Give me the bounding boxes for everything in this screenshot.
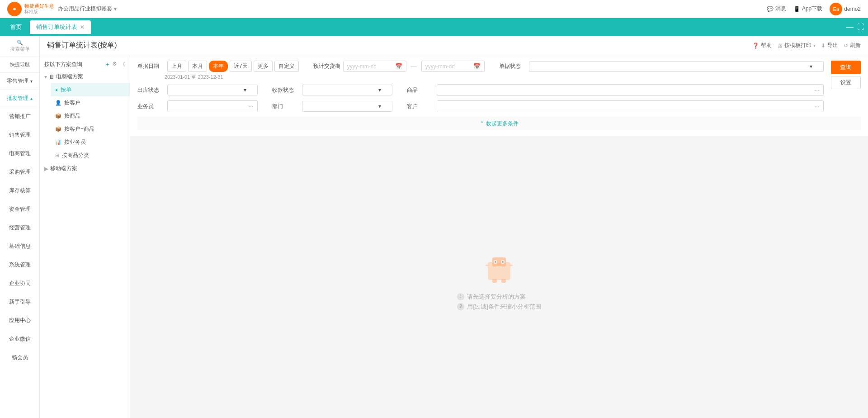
step-1-text: 请先选择要分析的方案 bbox=[467, 293, 526, 301]
collapse-panel-btn[interactable]: 《 bbox=[120, 61, 125, 68]
scheme-by-category[interactable]: ⊞ 按商品分类 bbox=[51, 149, 130, 162]
minimize-icon[interactable]: — bbox=[846, 23, 854, 31]
date-btn-last-month[interactable]: 上月 bbox=[167, 61, 186, 72]
home-tab-label: 首页 bbox=[10, 23, 22, 31]
customer-more-icon[interactable]: ··· bbox=[814, 103, 820, 110]
breadcrumb[interactable]: 办公用品行业模拟账套 ▾ bbox=[58, 5, 117, 13]
calendar-icon-to[interactable]: 📅 bbox=[473, 63, 481, 70]
by-product-icon: 📦 bbox=[55, 113, 61, 119]
salesperson-input[interactable]: ··· bbox=[167, 100, 258, 112]
status-select[interactable]: ▾ bbox=[529, 61, 824, 72]
sidebar-item-basic[interactable]: 基础信息 bbox=[0, 237, 39, 256]
scheme-by-product[interactable]: 📦 按商品 bbox=[51, 109, 130, 123]
receipt-select[interactable]: ▾ bbox=[302, 85, 392, 95]
left-panel-title: 按以下方案查询 bbox=[44, 61, 82, 68]
product-filter: 商品 ··· bbox=[407, 84, 824, 96]
receipt-label: 收款状态 bbox=[272, 86, 299, 94]
search-icon: 🔍 bbox=[17, 40, 23, 45]
dept-select[interactable]: ▾ bbox=[302, 101, 392, 112]
export-icon: ⬇ bbox=[821, 43, 826, 49]
sidebar-item-ecommerce[interactable]: 电商管理 bbox=[0, 144, 39, 163]
print-btn[interactable]: 🖨 按模板打印 ▾ bbox=[777, 42, 816, 49]
maximize-icon[interactable]: ⛶ bbox=[857, 23, 864, 31]
scheme-by-customer[interactable]: 👤 按客户 bbox=[51, 96, 130, 109]
sidebar-item-inventory[interactable]: 库存核算 bbox=[0, 181, 39, 200]
print-icon: 🖨 bbox=[777, 43, 783, 49]
scheme-by-order[interactable]: ● 按单 bbox=[51, 83, 130, 96]
sidebar-item-retail[interactable]: 零售管理 ▾ bbox=[0, 73, 39, 90]
customer-input[interactable]: ··· bbox=[437, 100, 824, 112]
wholesale-arrow-icon: ▴ bbox=[30, 96, 33, 101]
scheme-by-salesperson[interactable]: 📊 按业务员 bbox=[51, 136, 130, 149]
salesperson-filter: 业务员 ··· bbox=[137, 100, 258, 112]
status-filter: 单据状态 ▾ bbox=[499, 61, 824, 72]
help-btn[interactable]: ❓ 帮助 bbox=[752, 42, 772, 49]
avatar: Ea bbox=[830, 3, 842, 15]
date-btn-custom[interactable]: 自定义 bbox=[274, 61, 299, 72]
date-btn-more[interactable]: 更多 bbox=[254, 61, 273, 72]
tab-close-icon[interactable]: ✕ bbox=[80, 24, 85, 30]
sidebar-quick-nav[interactable]: 快捷导航 bbox=[0, 57, 39, 73]
tree-group-mobile-title[interactable]: ▶ 移动端方案 bbox=[40, 162, 130, 175]
sidebar-item-operations[interactable]: 经营管理 bbox=[0, 218, 39, 237]
date-btn-this-year[interactable]: 本年 bbox=[209, 61, 228, 72]
step-2-num: 2 bbox=[457, 303, 464, 310]
user-menu[interactable]: Ea demo2 bbox=[830, 3, 861, 15]
sidebar-item-purchase[interactable]: 采购管理 bbox=[0, 163, 39, 181]
print-dropdown-icon[interactable]: ▾ bbox=[813, 43, 816, 48]
sidebar-item-marketing[interactable]: 营销推广 bbox=[0, 107, 39, 126]
settings-scheme-btn[interactable]: ⚙ bbox=[112, 61, 117, 68]
tab-sales-order-stats[interactable]: 销售订单统计表 ✕ bbox=[30, 20, 91, 34]
refresh-btn[interactable]: ↺ 刷新 bbox=[844, 42, 861, 49]
date-filter-group: 单据日期 上月 本月 本年 近7天 更多 自定义 bbox=[137, 61, 299, 72]
page-title: 销售订单统计表(按单) bbox=[47, 41, 117, 50]
filter-row-3: 业务员 ··· 部门 bbox=[137, 100, 824, 112]
delivery-filter: 出库状态 ▾ bbox=[137, 85, 258, 95]
calendar-icon-from[interactable]: 📅 bbox=[395, 63, 402, 70]
product-label: 商品 bbox=[407, 86, 434, 94]
message-btn[interactable]: 💬 消息 bbox=[767, 5, 786, 13]
product-more-icon[interactable]: ··· bbox=[814, 86, 820, 94]
receipt-dropdown-arrow: ▾ bbox=[378, 87, 381, 93]
step-2-text: 用[过滤]条件来缩小分析范围 bbox=[467, 303, 541, 311]
svg-rect-9 bbox=[509, 265, 513, 266]
svg-rect-8 bbox=[486, 265, 489, 266]
sidebar-search[interactable]: 🔍 搜索菜单 bbox=[0, 36, 39, 57]
top-header: 畅捷通好生意 标准版 办公用品行业模拟账套 ▾ 💬 消息 📱 App下载 Ea … bbox=[0, 0, 868, 18]
scheme-by-customer-product[interactable]: 📦 按客户+商品 bbox=[51, 123, 130, 136]
sidebar-item-wholesale[interactable]: 批发管理 ▴ bbox=[0, 90, 39, 107]
product-input[interactable]: ··· bbox=[437, 84, 824, 96]
delivery-select[interactable]: ▾ bbox=[167, 85, 258, 95]
refresh-icon: ↺ bbox=[844, 43, 848, 49]
receipt-select-wrap: ▾ bbox=[302, 85, 392, 95]
date-btn-last-7days[interactable]: 近7天 bbox=[230, 61, 252, 72]
sidebar-item-system[interactable]: 系统管理 bbox=[0, 256, 39, 274]
window-controls: — ⛶ bbox=[846, 23, 864, 31]
sidebar-item-wechat[interactable]: 企业微信 bbox=[0, 330, 39, 348]
salesperson-more-icon[interactable]: ··· bbox=[248, 103, 254, 110]
query-btn[interactable]: 查询 bbox=[831, 61, 861, 74]
expected-date-from[interactable]: yyyy-mm-dd 📅 bbox=[343, 61, 406, 72]
app-download-btn[interactable]: 📱 App下载 bbox=[793, 5, 822, 13]
date-btn-this-month[interactable]: 本月 bbox=[188, 61, 207, 72]
add-scheme-btn[interactable]: + bbox=[106, 61, 109, 68]
collapse-more-btn[interactable]: ⌃ 收起更多条件 bbox=[137, 117, 861, 130]
expected-date-to[interactable]: yyyy-mm-dd 📅 bbox=[421, 61, 485, 72]
export-btn[interactable]: ⬇ 导出 bbox=[821, 42, 838, 49]
sidebar-item-app-center[interactable]: 应用中心 bbox=[0, 311, 39, 330]
tab-home[interactable]: 首页 bbox=[4, 20, 28, 34]
tree-group-pc-title[interactable]: ▾ 🖥 电脑端方案 bbox=[40, 70, 130, 83]
sidebar-item-member[interactable]: 畅会员 bbox=[0, 348, 39, 367]
empty-steps: 1 请先选择要分析的方案 2 用[过滤]条件来缩小分析范围 bbox=[457, 293, 541, 311]
sidebar-item-newbie[interactable]: 新手引导 bbox=[0, 293, 39, 311]
sidebar-item-sales[interactable]: 销售管理 bbox=[0, 126, 39, 144]
by-category-icon: ⊞ bbox=[55, 152, 59, 158]
breadcrumb-dropdown-icon[interactable]: ▾ bbox=[114, 6, 117, 12]
logo-text: 畅捷通好生意 标准版 bbox=[24, 3, 54, 14]
settings-btn[interactable]: 设置 bbox=[831, 76, 861, 89]
sidebar-item-finance[interactable]: 资金管理 bbox=[0, 200, 39, 218]
salesperson-label: 业务员 bbox=[137, 103, 165, 110]
sidebar-item-enterprise[interactable]: 企业协同 bbox=[0, 274, 39, 293]
tree-group-pc: ▾ 🖥 电脑端方案 ● 按单 👤 按客户 bbox=[40, 70, 130, 162]
left-panel-actions: + ⚙ 《 bbox=[106, 61, 125, 68]
